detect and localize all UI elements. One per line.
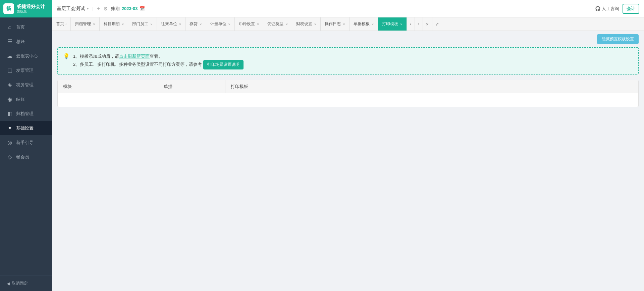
logo-name: 畅捷通好会计 bbox=[17, 4, 45, 9]
tab-prev-btn[interactable]: ‹ bbox=[407, 17, 415, 31]
sidebar-menu: ⌂ 首页 ☰ 总账 ☁ 云报表中心 ◫ 发票管理 ◈ 税务管理 ◉ 结账 ◧ 归… bbox=[0, 17, 52, 276]
tab-voucher-type-close[interactable]: × bbox=[285, 22, 287, 26]
tab-currency-label: 币种设置 bbox=[239, 21, 255, 27]
add-icon[interactable]: + bbox=[97, 6, 100, 12]
sidebar-label-tax: 税务管理 bbox=[16, 82, 34, 88]
period-label: 账期 bbox=[111, 6, 120, 12]
sidebar-label-ledger: 总账 bbox=[16, 39, 25, 45]
sidebar-item-checkout[interactable]: ◉ 结账 bbox=[0, 92, 52, 106]
col-module-header: 模块 bbox=[58, 80, 158, 93]
tab-dept-close[interactable]: × bbox=[150, 22, 152, 26]
tab-stock[interactable]: 存货 × bbox=[185, 17, 206, 31]
tab-archive-close[interactable]: × bbox=[93, 22, 95, 26]
sidebar-item-archive[interactable]: ◧ 归档管理 bbox=[0, 106, 52, 121]
calendar-icon[interactable]: 📅 bbox=[140, 6, 145, 11]
kuaiji-btn[interactable]: 会计 bbox=[623, 4, 639, 14]
tab-subject[interactable]: 科目期初 × bbox=[100, 17, 128, 31]
tab-single-template-close[interactable]: × bbox=[372, 22, 374, 26]
tab-tax-settings[interactable]: 财税设置 × bbox=[292, 17, 321, 31]
kuaiji-label: 会计 bbox=[627, 6, 635, 11]
sidebar-item-settings[interactable]: ✦ 基础设置 bbox=[0, 121, 52, 135]
info-line1-prefix: 1、模板添加成功后，请 bbox=[73, 54, 119, 59]
tab-single-template[interactable]: 单据模板 × bbox=[350, 17, 378, 31]
settings-gear-icon[interactable]: ⚙ bbox=[103, 6, 108, 12]
tab-op-log[interactable]: 操作日志 × bbox=[321, 17, 349, 31]
topbar-right: 🎧 人工咨询 会计 bbox=[595, 4, 639, 14]
tab-single-template-label: 单据模板 bbox=[354, 21, 370, 27]
period-value: 2023-03 bbox=[122, 6, 138, 11]
info-line2-prefix: 2、多员工、多打印机、多种业务类型设置不同打印方案等，请参考 bbox=[73, 62, 202, 67]
tab-client-label: 往来单位 bbox=[161, 21, 177, 27]
sidebar-item-invoice[interactable]: ◫ 发票管理 bbox=[0, 63, 52, 78]
tab-voucher-type[interactable]: 凭证类型 × bbox=[263, 17, 292, 31]
unpin-label: 取消固定 bbox=[12, 281, 28, 286]
tab-currency-close[interactable]: × bbox=[257, 22, 259, 26]
tab-tax-settings-label: 财税设置 bbox=[296, 21, 312, 27]
sidebar-item-ledger[interactable]: ☰ 总账 bbox=[0, 34, 52, 49]
col-order-header: 单据 bbox=[158, 80, 225, 93]
tab-print-template-label: 打印模板 bbox=[382, 21, 398, 27]
info-refresh-link[interactable]: 点击刷新新页面 bbox=[119, 54, 150, 59]
tab-home[interactable]: 首页 ‹ bbox=[52, 17, 71, 31]
info-box: 💡 1、模板添加成功后，请点击刷新新页面查看。 2、多员工、多打印机、多种业务类… bbox=[57, 47, 639, 75]
print-scene-btn[interactable]: 打印场景设置说明 bbox=[203, 60, 244, 69]
col-template-header: 打印模板 bbox=[225, 80, 638, 93]
tab-dept[interactable]: 部门员工 × bbox=[128, 17, 157, 31]
tab-expand-btn[interactable]: ⤢ bbox=[432, 17, 442, 31]
sidebar-label-member: 畅会员 bbox=[16, 154, 29, 160]
sidebar-item-member[interactable]: ◇ 畅会员 bbox=[0, 150, 52, 164]
cloud-icon: ☁ bbox=[7, 53, 13, 59]
tab-currency[interactable]: 币种设置 × bbox=[235, 17, 263, 31]
sidebar-item-home[interactable]: ⌂ 首页 bbox=[0, 20, 52, 34]
sidebar-unpin[interactable]: ◀ 取消固定 bbox=[0, 276, 52, 291]
tab-subject-close[interactable]: × bbox=[122, 22, 124, 26]
tab-unit[interactable]: 计量单位 × bbox=[206, 17, 235, 31]
sidebar-label-settings: 基础设置 bbox=[16, 125, 34, 131]
member-icon: ◇ bbox=[7, 154, 13, 160]
tab-unit-close[interactable]: × bbox=[228, 22, 230, 26]
sidebar-item-cloud-report[interactable]: ☁ 云报表中心 bbox=[0, 49, 52, 63]
sidebar-item-tax[interactable]: ◈ 税务管理 bbox=[0, 78, 52, 92]
tab-client[interactable]: 往来单位 × bbox=[157, 17, 185, 31]
topbar-divider-1: | bbox=[92, 6, 93, 11]
tab-stock-close[interactable]: × bbox=[200, 22, 202, 26]
table-header: 模块 单据 打印模板 bbox=[58, 80, 638, 93]
tabbar: 首页 ‹ 归档管理 × 科目期初 × 部门员工 × 往来单位 × 存货 × 计量… bbox=[52, 17, 644, 31]
info-line1: 1、模板添加成功后，请点击刷新新页面查看。 bbox=[73, 52, 244, 60]
hide-template-btn[interactable]: 隐藏预置模板设置 bbox=[597, 34, 639, 44]
sidebar-item-guide[interactable]: ◎ 新手引导 bbox=[0, 135, 52, 150]
tab-next-btn[interactable]: › bbox=[415, 17, 423, 31]
tab-op-log-close[interactable]: × bbox=[343, 22, 345, 26]
bulb-icon: 💡 bbox=[63, 53, 70, 59]
tab-print-template-close[interactable]: × bbox=[400, 22, 402, 26]
tab-print-template[interactable]: 打印模板 × bbox=[378, 17, 407, 31]
sidebar-label-checkout: 结账 bbox=[16, 96, 25, 102]
tax-icon: ◈ bbox=[7, 82, 13, 88]
tab-client-close[interactable]: × bbox=[179, 22, 181, 26]
info-text: 1、模板添加成功后，请点击刷新新页面查看。 2、多员工、多打印机、多种业务类型设… bbox=[73, 52, 244, 69]
tab-dept-label: 部门员工 bbox=[132, 21, 148, 27]
checkout-icon: ◉ bbox=[7, 96, 13, 102]
invoice-icon: ◫ bbox=[7, 67, 13, 74]
logo-sub: 旗舰版 bbox=[17, 9, 45, 14]
company-dropdown-icon: ▾ bbox=[87, 6, 89, 11]
tab-close-all-btn[interactable]: × bbox=[423, 17, 432, 31]
support-label: 人工咨询 bbox=[602, 6, 619, 12]
tab-voucher-type-label: 凭证类型 bbox=[267, 21, 283, 27]
period-display: 账期 2023-03 📅 bbox=[111, 6, 145, 12]
table-body bbox=[58, 93, 638, 107]
tab-home-label: 首页 bbox=[56, 21, 64, 27]
logo-icon: 畅 bbox=[3, 3, 14, 14]
tab-tax-settings-close[interactable]: × bbox=[314, 22, 316, 26]
sidebar-label-home: 首页 bbox=[16, 24, 25, 30]
support-btn[interactable]: 🎧 人工咨询 bbox=[595, 6, 619, 12]
headset-icon: 🎧 bbox=[595, 6, 600, 11]
info-line1-suffix: 查看。 bbox=[150, 54, 163, 59]
ledger-icon: ☰ bbox=[7, 38, 13, 45]
data-table: 模块 单据 打印模板 bbox=[57, 80, 639, 107]
sidebar: 畅 畅捷通好会计 旗舰版 ⌂ 首页 ☰ 总账 ☁ 云报表中心 ◫ 发票管理 ◈ … bbox=[0, 0, 52, 291]
company-selector[interactable]: 基层工会测试 ▾ bbox=[57, 6, 89, 12]
sidebar-label-invoice: 发票管理 bbox=[16, 67, 34, 74]
guide-icon: ◎ bbox=[7, 139, 13, 146]
tab-archive[interactable]: 归档管理 × bbox=[71, 17, 99, 31]
